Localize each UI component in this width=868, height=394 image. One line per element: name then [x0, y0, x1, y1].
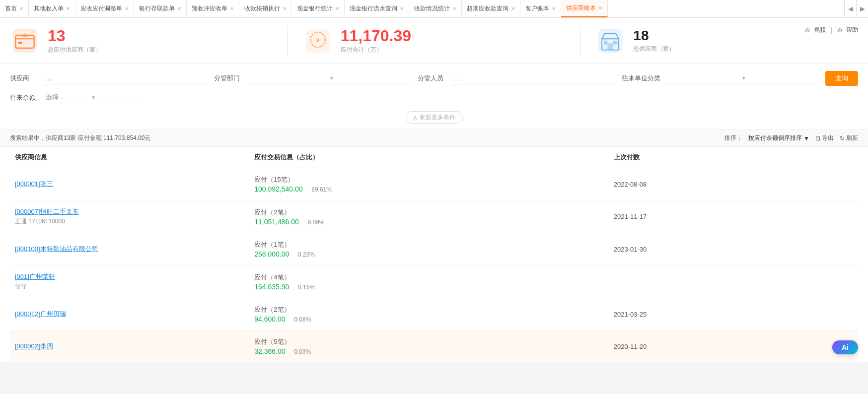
video-link[interactable]: 视频 [814, 26, 826, 34]
balance-filter-select[interactable]: 选择... ▼ [43, 91, 139, 104]
tx-pct-0: 89.61% [311, 186, 332, 193]
tx-cell-4: 应付（2笔） 94,600.00 0.08% [254, 305, 613, 323]
supplier-link-5[interactable]: [000002]李四 [15, 342, 53, 350]
nav-tab-home[interactable]: 首页 ✕ [0, 0, 29, 17]
tx-pct-3: 0.15% [298, 284, 315, 291]
supplier-link-3[interactable]: [001]广州荣轩 [15, 273, 55, 280]
nav-tab-collection-label: 收款核销执行 [244, 4, 280, 13]
main-table: 供应商信息 应付交易信息（占比） 上次付数 [000001]张三 应付（15笔）… [0, 147, 868, 362]
tx-label-3: 应付（4笔） [254, 273, 613, 282]
nav-tab-bank[interactable]: 银行存取款单 ✕ [134, 0, 187, 17]
stat-label-1: 总应付供应商（家） [48, 46, 101, 54]
payable-icon: ¥ [303, 26, 333, 56]
nav-tab-collection[interactable]: 收款核销执行 ✕ [239, 0, 292, 17]
export-button[interactable]: ⊡ 导出 [815, 134, 834, 142]
supplier-link-2[interactable]: [000100]本特勤油品有限公司 [15, 245, 98, 253]
tx-cell-1: 应付（2笔） 11,051,486.00 9.89% [254, 208, 613, 226]
ai-badge[interactable]: Ai [832, 340, 858, 354]
tx-label-0: 应付（15笔） [254, 175, 613, 184]
export-icon: ⊡ [815, 135, 820, 142]
supplier-cell-5: [000002]李四 [15, 342, 254, 351]
collapse-button[interactable]: ∧ 收起更多条件 [406, 111, 463, 124]
results-right: 排序： 按应付余额倒序排序 ▼ ⊡ 导出 ↻ 刷新 [724, 134, 858, 142]
supplier-link-4[interactable]: [000012]广州贝瑞 [15, 310, 66, 318]
search-button[interactable]: 查询 [825, 71, 858, 86]
filter-row-1: 供应商 分管部门 ▼ 分管人员 往来单位分类 ▼ 查询 [10, 71, 858, 86]
stat-label-3: 总供应商（家） [633, 45, 675, 53]
nav-tab-cash-flow-close[interactable]: ✕ [400, 6, 404, 11]
nav-tab-cash-stat[interactable]: 现金银行统计 ✕ [292, 0, 345, 17]
supplier-link-0[interactable]: [000001]张三 [15, 180, 53, 188]
nav-tab-customer-close[interactable]: ✕ [552, 6, 556, 11]
stat-number-1: 13 [48, 27, 101, 45]
nav-tab-rcv-stat[interactable]: 收款情况统计 ✕ [409, 0, 462, 17]
help-link[interactable]: 帮助 [846, 26, 858, 34]
stat-label-2: 应付合计（万） [341, 46, 411, 54]
nav-tab-customer-label: 客户账本 [525, 4, 549, 13]
nav-tab-cash-stat-close[interactable]: ✕ [335, 6, 339, 11]
sort-select[interactable]: 按应付余额倒序排序 ▼ [748, 134, 809, 142]
sort-chevron-icon: ▼ [803, 135, 809, 142]
person-filter-label: 分管人员 [418, 74, 447, 83]
nav-tab-customer[interactable]: 客户账本 ✕ [520, 0, 561, 17]
export-label: 导出 [822, 134, 834, 142]
category-filter-label: 往来单位分类 [622, 74, 660, 83]
nav-tab-income[interactable]: 其他收入单 ✕ [29, 0, 75, 17]
filter-row-2: 往来余额 选择... ▼ [10, 91, 858, 104]
svg-rect-10 [613, 41, 617, 44]
supplier-filter-input[interactable] [43, 72, 208, 84]
supplier-sub-3: 仔仔 [15, 282, 254, 291]
category-filter-select[interactable]: ▼ [663, 73, 820, 83]
svg-text:¥: ¥ [316, 37, 320, 43]
nav-tab-home-close[interactable]: ✕ [19, 6, 23, 11]
supplier-pay-icon [10, 26, 40, 56]
dept-filter-label: 分管部门 [214, 74, 244, 83]
supplier-link-1[interactable]: [000007]恒旺二手叉车 [15, 208, 79, 215]
person-filter-input[interactable] [450, 72, 616, 84]
filter-item-dept: 分管部门 ▼ [214, 73, 412, 83]
nav-tab-supplier-close[interactable]: ✕ [598, 5, 602, 11]
supplier-filter-label: 供应商 [10, 74, 40, 83]
nav-tab-prepay-close[interactable]: ✕ [230, 6, 234, 11]
nav-next-button[interactable]: ▶ [856, 0, 868, 18]
stat-number-3: 18 [633, 28, 675, 44]
stat-text-1: 13 总应付供应商（家） [48, 27, 101, 54]
refresh-icon: ↻ [840, 135, 845, 142]
nav-tab-income-close[interactable]: ✕ [66, 6, 70, 11]
nav-tab-overdue[interactable]: 超期应收款查询 ✕ [462, 0, 520, 17]
filter-item-person: 分管人员 [418, 72, 616, 84]
nav-tab-supplier[interactable]: 供应商账本 ✕ [561, 0, 608, 17]
balance-filter-label: 往来余额 [10, 93, 40, 102]
nav-tab-cash-flow[interactable]: 现金银行流水查询 ✕ [345, 0, 409, 17]
nav-tab-cash-flow-label: 现金银行流水查询 [350, 4, 397, 13]
nav-tab-overdue-label: 超期应收款查询 [467, 4, 508, 13]
tx-amount-4: 94,600.00 [254, 315, 285, 323]
results-bar: 搜索结果中，供应商13家 应付金额 111,703,854.00元 排序： 按应… [0, 130, 868, 147]
table-header: 供应商信息 应付交易信息（占比） 上次付数 [10, 147, 858, 168]
sort-label: 排序： [724, 134, 742, 142]
nav-tab-rcv-stat-close[interactable]: ✕ [452, 6, 456, 11]
nav-prev-button[interactable]: ◀ [844, 0, 856, 18]
dept-filter-select[interactable]: ▼ [247, 73, 412, 83]
help-icon: ⊙ [837, 27, 842, 34]
last-pay-0: 2022-08-08 [614, 181, 853, 188]
last-pay-4: 2021-03-25 [614, 311, 853, 318]
col-header-supplier: 供应商信息 [15, 153, 254, 162]
nav-tab-adjust[interactable]: 应收应付调整单 ✕ [75, 0, 134, 17]
svg-rect-0 [13, 29, 37, 53]
refresh-button[interactable]: ↻ 刷新 [840, 134, 858, 142]
tx-pct-2: 0.23% [298, 251, 315, 258]
table-body: [000001]张三 应付（15笔） 100,092,540.00 89.61%… [10, 168, 858, 362]
nav-tab-overdue-close[interactable]: ✕ [511, 6, 515, 11]
nav-tab-adjust-close[interactable]: ✕ [125, 6, 129, 11]
nav-tab-rcv-stat-label: 收款情况统计 [414, 4, 450, 13]
tx-amount-0: 100,092,540.00 [254, 185, 302, 193]
tx-amount-row-5: 32,366.00 0.03% [254, 347, 613, 355]
tx-amount-1: 11,051,486.00 [254, 218, 299, 226]
nav-tab-collection-close[interactable]: ✕ [283, 6, 287, 11]
top-nav: 首页 ✕ 其他收入单 ✕ 应收应付调整单 ✕ 银行存取款单 ✕ 预收冲应收单 ✕… [0, 0, 868, 18]
nav-tab-bank-close[interactable]: ✕ [177, 6, 181, 11]
nav-tab-prepay[interactable]: 预收冲应收单 ✕ [187, 0, 239, 17]
nav-tab-bank-label: 银行存取款单 [139, 4, 175, 13]
tx-amount-row-4: 94,600.00 0.08% [254, 315, 613, 323]
